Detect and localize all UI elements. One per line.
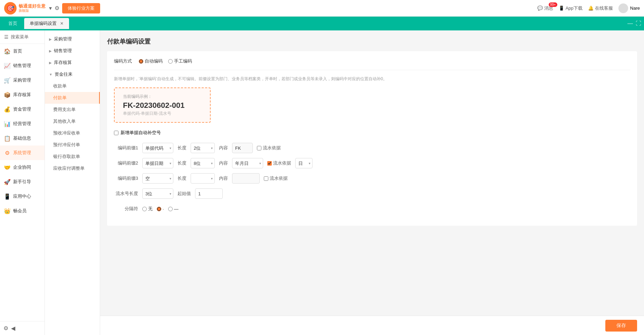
sidebar-item-sales[interactable]: 📈 销售管理 [0,58,45,73]
sidebar-item-apps[interactable]: 📱 应用中心 [0,189,45,204]
tab-close-icon[interactable]: ✕ [60,21,64,26]
prefix2-content-select[interactable]: 年月日 [232,158,263,168]
prefix1-stream-label[interactable]: 流水依据 [257,145,281,151]
sidebar-item-system[interactable]: ⚙ 系统管理 [0,146,45,160]
sep-dash-input[interactable] [168,207,173,211]
arrow-icon-inventory: ▶ [49,61,52,65]
sidebar-item-inventory[interactable]: 📦 库存核算 [0,87,45,102]
encoding-type-label: 编码方式 [114,58,132,64]
user-info[interactable]: Nare [618,3,640,13]
sep-none[interactable]: 无 [142,206,153,212]
prefix2-stream-checkbox[interactable] [267,161,272,166]
serial-length-select[interactable]: 3位 [142,188,173,199]
prefix2-length-select[interactable]: 8位 [191,158,215,168]
start-val-label: 起始值 [177,190,191,197]
settings-button[interactable]: ⚙ [55,5,59,11]
prefix2-day-select[interactable]: 日 [295,158,313,168]
sidebar-item-guide[interactable]: 🚀 新手引导 [0,175,45,189]
prefix3-stream-checkbox[interactable] [264,176,268,181]
sidebar-item-basic-info[interactable]: 📋 基础信息 [0,131,45,146]
sidebar-enterprise-label: 企业协同 [13,164,31,170]
prefix3-stream-label[interactable]: 流水依据 [264,175,288,182]
auto-fill-label: 新增单据自动补空号 [121,130,161,136]
sep-dot-input[interactable] [157,207,161,211]
form-row-prefix2: 编码前缀2 单据日期 长度 8位 内容 [114,158,630,168]
manual-radio-input[interactable] [168,59,173,64]
preview-desc: 单据代码-单据日期-流水号 [123,111,202,117]
sep-dash[interactable]: — [168,206,179,212]
preview-label: 当前编码示例： [123,94,202,100]
submenu-sales-label: 销售管理 [54,48,72,54]
arrow-icon-sales: ▶ [49,49,52,53]
sidebar-collapse-icon[interactable]: ◀ [11,325,15,332]
prefix2-select[interactable]: 单据日期 [142,158,173,168]
tab-minimize-button[interactable]: — [627,20,633,27]
save-button[interactable]: 保存 [605,320,637,332]
user-name: Nare [630,6,640,11]
trial-button[interactable]: 体验行业方案 [62,3,100,13]
message-button[interactable]: 💬 消息 99+ [537,5,553,11]
auto-fill-checkbox[interactable] [114,131,118,135]
submenu-header-sales[interactable]: ▶ 销售管理 [45,45,100,57]
sidebar-item-home[interactable]: 🏠 首页 [0,44,45,58]
submenu-item-payment[interactable]: 付款单 [45,92,100,104]
submenu-header-capital[interactable]: ▼ 资金往来 [45,68,100,80]
submenu-header-purchase[interactable]: ▶ 采购管理 [45,33,100,45]
prefix2-select-wrapper: 单据日期 [142,158,173,168]
prefix2-label: 编码前缀2 [114,160,138,166]
sidebar-item-operations[interactable]: 📊 经营管理 [0,117,45,131]
submenu-item-prepay-payment[interactable]: 预付冲应付单 [45,139,100,151]
prefix3-select[interactable]: 空 [142,173,173,184]
submenu-item-expense[interactable]: 费用支出单 [45,104,100,115]
prefix1-length-select[interactable]: 2位 [191,143,215,153]
app-download-button[interactable]: 📱 App下载 [559,5,583,11]
online-service-button[interactable]: 🔔 在线客服 [588,5,613,11]
sidebar-item-purchase[interactable]: 🛒 采购管理 [0,73,45,87]
prefix2-stream-label[interactable]: 流水依据 [267,160,291,166]
manual-radio-label: 手工编码 [174,58,192,64]
sidebar-sales-label: 销售管理 [13,63,31,69]
search-menu-label: 搜索菜单 [11,34,29,40]
app-icon: 📱 [559,6,564,11]
auto-radio[interactable]: 自动编码 [139,58,163,64]
preview-box: 当前编码示例： FK-20230602-001 单据代码-单据日期-流水号 [114,87,211,123]
start-val-input[interactable] [195,188,223,199]
arrow-icon-capital: ▼ [49,73,52,76]
auto-fill-row: 新增单据自动补空号 [114,130,630,136]
dropdown-button[interactable]: ▾ [49,5,52,11]
submenu-item-receipt[interactable]: 收款单 [45,80,100,92]
tab-home[interactable]: 首页 [3,18,23,29]
prefix3-length-label: 长度 [177,175,186,182]
prefix1-content-label: 内容 [219,145,228,151]
auto-radio-input[interactable] [139,59,143,64]
sidebar-item-enterprise[interactable]: 🤝 企业协同 [0,160,45,175]
content-wrapper: ▶ 采购管理 ▶ 销售管理 ▶ 库存核算 ▼ 资金往来 [45,30,644,335]
prefix3-length-select[interactable] [191,173,215,184]
submenu-item-other-income[interactable]: 其他收入单 [45,115,100,127]
prefix1-select[interactable]: 单据代码 [142,143,173,153]
submenu-item-adjustment[interactable]: 应收应付调整单 [45,162,100,174]
sidebar-purchase-label: 采购管理 [13,77,31,83]
search-menu[interactable]: ☰ 搜索菜单 [0,30,45,44]
prefix1-stream-checkbox[interactable] [257,146,261,150]
submenu-item-bank[interactable]: 银行存取款单 [45,151,100,162]
tab-bar: 首页 单据编码设置 ✕ — ⛶ [0,17,644,30]
prefix1-content-value: FK [232,143,253,153]
submenu-item-prepay-receipt[interactable]: 预收冲应收单 [45,127,100,139]
manual-radio[interactable]: 手工编码 [168,58,192,64]
sidebar-apps-label: 应用中心 [13,193,31,199]
service-icon: 🔔 [588,6,594,11]
form-row-prefix3: 编码前缀3 空 长度 内容 [114,173,630,184]
sidebar-settings-icon[interactable]: ⚙ [3,325,8,332]
message-icon: 💬 [537,6,543,11]
sep-dot[interactable]: · [157,206,164,212]
inventory-icon: 📦 [4,92,10,98]
tab-expand-button[interactable]: ⛶ [636,20,641,27]
separator-row: 分隔符 无 · — [114,206,630,212]
sidebar-item-finance[interactable]: 💰 资金管理 [0,102,45,117]
tab-encoding-settings[interactable]: 单据编码设置 ✕ [24,18,69,29]
sidebar-item-member[interactable]: 👑 畅会员 [0,204,45,218]
sep-none-input[interactable] [142,207,147,211]
logo-title: 畅通道好生意 [19,3,46,9]
submenu-header-inventory[interactable]: ▶ 库存核算 [45,57,100,68]
